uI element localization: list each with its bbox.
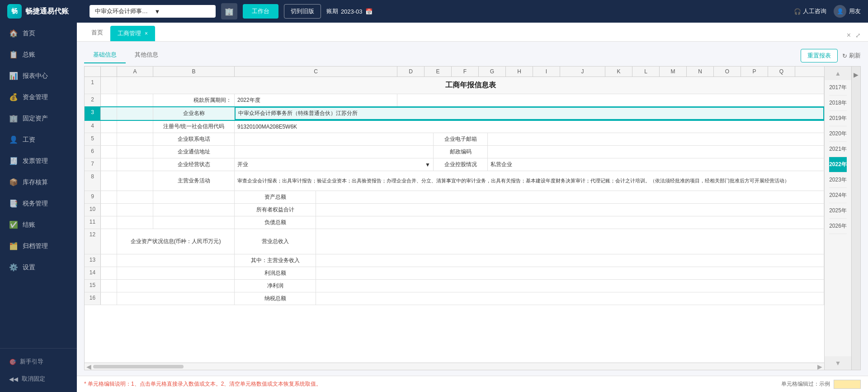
grid-body: 1 工商年报信息表 2 税款所属期间： 2022年度 — [85, 77, 824, 363]
year-down-button[interactable]: ▼ — [825, 356, 851, 370]
year-item-2024年[interactable]: 2024年 — [829, 188, 847, 203]
cell-7-B: 企业经营状态 — [153, 158, 235, 171]
cell-14-D[interactable] — [316, 267, 824, 279]
company-icon-btn[interactable]: 🏢 — [221, 3, 237, 19]
cell-7-C-dropdown[interactable]: 开业 ▼ — [235, 158, 434, 171]
cell-10-C: 所有者权益合计 — [235, 204, 316, 216]
sidebar-item-tax[interactable]: 📑 税务管理 — [0, 193, 77, 214]
cell-7-K: 私营企业 — [488, 158, 824, 171]
cell-9-0 — [101, 191, 117, 203]
row-num-14: 14 — [85, 267, 101, 279]
user-area[interactable]: 👤 用友 — [834, 5, 861, 18]
sidebar-item-capital[interactable]: 💰 资金管理 — [0, 86, 77, 108]
sidebar-bottom: 🎯 新手引导 ◀◀ 取消固定 — [0, 348, 77, 392]
year-item-2021年[interactable]: 2021年 — [829, 142, 847, 157]
year-item-2026年[interactable]: 2026年 — [829, 219, 847, 234]
cell-11-D[interactable] — [316, 216, 824, 229]
cell-5-K[interactable] — [488, 133, 824, 145]
window-expand-icon[interactable]: ⤢ — [855, 32, 861, 39]
row-num-13: 13 — [85, 254, 101, 267]
tab-home[interactable]: 首页 — [84, 25, 110, 41]
sidebar-item-invoice[interactable]: 🧾 发票管理 — [0, 150, 77, 172]
scroll-left-icon[interactable]: ◀ — [86, 363, 91, 370]
year-item-2020年[interactable]: 2020年 — [829, 126, 847, 142]
newbie-label: 新手引导 — [20, 358, 43, 366]
year-item-2025年[interactable]: 2025年 — [829, 203, 847, 219]
cell-5-B: 企业联系电话 — [153, 133, 235, 145]
refresh-label: 刷新 — [849, 52, 861, 60]
footer-right-text: 单元格编辑过：示例 — [781, 380, 830, 388]
sidebar-item-unpin[interactable]: ◀◀ 取消固定 — [0, 370, 77, 387]
cell-8-C[interactable]: 审查企业会计报表；出具审计报告；验证企业资本；出具验资报告；办理企业合并、分立、… — [235, 171, 824, 191]
year-item-2022年[interactable]: 2022年 — [829, 157, 847, 172]
tab-close-icon[interactable]: × — [145, 30, 148, 37]
year-item-2017年[interactable]: 2017年 — [829, 80, 847, 96]
sidebar-item-settings[interactable]: ⚙️ 设置 — [0, 257, 77, 278]
sidebar-item-assets[interactable]: 🏢 固定资产 — [0, 108, 77, 129]
sub-tab-basic[interactable]: 基础信息 — [84, 47, 126, 63]
cell-5-C[interactable] — [235, 133, 434, 145]
window-close-icon[interactable]: × — [847, 31, 851, 39]
logo-text: 畅 — [11, 7, 18, 15]
sidebar-item-inventory[interactable]: 📦 库存核算 — [0, 172, 77, 193]
sub-tab-other[interactable]: 其他信息 — [126, 47, 167, 63]
cell-2-0 — [101, 94, 117, 106]
sidebar-item-ledger[interactable]: 📋 总账 — [0, 44, 77, 65]
workbench-button[interactable]: 工作台 — [243, 4, 278, 19]
sidebar-item-newbie[interactable]: 🎯 新手引导 — [0, 353, 77, 370]
cell-6-A — [117, 146, 153, 158]
cell-16-D[interactable] — [316, 292, 824, 305]
h-scrollbar[interactable]: ◀ ▶ — [85, 363, 824, 370]
tab-bar: 首页 工商管理 × × ⤢ — [77, 23, 868, 42]
cell-16-AB — [117, 292, 235, 305]
sidebar-label-settle: 结账 — [23, 221, 35, 229]
page-footer: * 单元格编辑说明：1、点击单元格直接录入数值或文本。2、清空单元格数值或文本恢… — [77, 376, 868, 392]
company-selector[interactable]: 中审众环会计师事务所（特殊普通合伙… ▼ — [90, 5, 216, 18]
cell-12-0 — [101, 229, 117, 254]
cell-6-J: 邮政编码 — [434, 146, 488, 158]
row-num-7: 7 — [85, 158, 101, 171]
cell-15-C: 净利润 — [235, 280, 316, 292]
cell-12-D[interactable] — [316, 229, 824, 254]
refresh-button[interactable]: ↻ 刷新 — [842, 52, 861, 60]
scroll-right-icon[interactable]: ▶ — [817, 363, 822, 370]
cell-15-D[interactable] — [316, 280, 824, 292]
unpin-label: 取消固定 — [22, 375, 45, 383]
row-num-8: 8 — [85, 171, 101, 191]
switch-version-button[interactable]: 切到旧版 — [284, 4, 321, 19]
cell-4-C[interactable]: 91320100MA208E5W6K — [235, 120, 824, 133]
year-item-2019年[interactable]: 2019年 — [829, 111, 847, 126]
footer-right: 单元格编辑过：示例 — [781, 380, 861, 389]
table-row: 13 其中：主营业务收入 — [85, 254, 824, 267]
row-num-3: 3 — [85, 107, 101, 120]
sidebar-item-salary[interactable]: 👤 工资 — [0, 129, 77, 150]
cell-6-K[interactable] — [488, 146, 824, 158]
cell-10-D[interactable] — [316, 204, 824, 216]
year-item-2023年[interactable]: 2023年 — [829, 172, 847, 188]
sidebar-item-home[interactable]: 🏠 首页 — [0, 23, 77, 44]
sidebar-item-reports[interactable]: 📊 报表中心 — [0, 65, 77, 86]
right-collapse-panel[interactable]: ▶ — [851, 67, 860, 370]
company-dropdown-icon: ▼ — [154, 8, 210, 15]
cell-10-A — [117, 204, 153, 216]
tab-active[interactable]: 工商管理 × — [110, 26, 155, 41]
sidebar-item-archive[interactable]: 🗂️ 归档管理 — [0, 235, 77, 257]
collapse-right-icon: ▶ — [854, 71, 859, 78]
service-button[interactable]: 🎧 人工咨询 — [794, 7, 826, 15]
header-right: 🎧 人工咨询 👤 用友 — [794, 5, 861, 18]
cell-3-C-selected[interactable]: 中审众环会计师事务所（特殊普通合伙）江苏分所 — [235, 107, 824, 120]
cell-13-D[interactable] — [316, 254, 824, 267]
reset-report-button[interactable]: 重置报表 — [801, 49, 838, 62]
row-num-4: 4 — [85, 120, 101, 133]
toolbar: 重置报表 ↻ 刷新 — [801, 49, 861, 62]
sidebar-item-settle[interactable]: ✅ 结账 — [0, 214, 77, 235]
cell-6-C[interactable] — [235, 146, 434, 158]
year-up-button[interactable]: ▲ — [825, 67, 851, 80]
year-item-2018年[interactable]: 2018年 — [829, 96, 847, 111]
calendar-icon[interactable]: 📅 — [365, 8, 373, 15]
table-row: 3 企业名称 中审众环会计师事务所（特殊普通合伙）江苏分所 — [85, 107, 824, 120]
h-scroll-thumb[interactable] — [93, 365, 184, 368]
cell-9-D[interactable] — [316, 191, 824, 203]
top-header: 畅 畅捷通易代账 中审众环会计师事务所（特殊普通合伙… ▼ 🏢 工作台 切到旧版… — [0, 0, 868, 23]
col-headers: A B C D E F G H I J K L M N O — [85, 67, 824, 77]
